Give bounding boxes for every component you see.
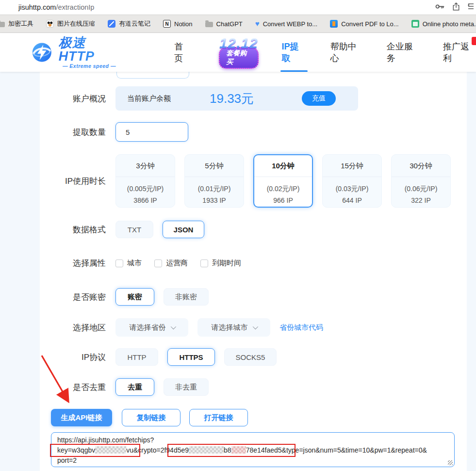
duration-options: 3分钟 (0.005元/IP) 3866 IP 5分钟 (0.01元/IP) 1…: [115, 154, 451, 208]
open-link-button[interactable]: 打开链接: [189, 409, 248, 426]
api-key-prefix: key=w3qgbv: [57, 446, 95, 454]
checkbox-label: 城市: [127, 259, 142, 268]
format-option-txt[interactable]: TXT: [115, 221, 153, 238]
address-bar[interactable]: jisuhttp.com/extractionIp: [18, 3, 94, 11]
share-icon[interactable]: [453, 2, 460, 13]
auth-option-no-credential[interactable]: 非账密: [164, 288, 209, 306]
duration-title: 15分钟: [341, 162, 363, 171]
duration-stock: 322 IP: [411, 195, 430, 206]
bookmark-label: 加密工具: [8, 19, 33, 28]
duration-price: (0.02元/IP): [267, 183, 300, 195]
checkbox-icon[interactable]: [115, 260, 123, 267]
account-panel: 当前账户余额 19.33元 充值: [115, 86, 358, 111]
auth-row: 是否账密 账密 非账密: [51, 288, 467, 306]
format-row: 数据格式 TXT JSON: [51, 221, 467, 238]
duration-price: (0.03元/IP): [336, 183, 369, 195]
protocol-option-socks5[interactable]: SOCKS5: [224, 348, 277, 366]
protocol-label: IP协议: [51, 352, 106, 363]
nav-home[interactable]: 首页: [174, 41, 191, 64]
duration-stock: 3866 IP: [133, 195, 157, 206]
nav-ip-extract[interactable]: IP提取: [282, 41, 306, 64]
duration-title: 30分钟: [410, 162, 432, 171]
duration-stock: 644 IP: [342, 195, 361, 206]
divider: [185, 177, 244, 177]
format-option-json-selected[interactable]: JSON: [163, 221, 204, 238]
city-select[interactable]: 请选择城市: [197, 318, 270, 337]
bookmark-item[interactable]: ChatGPT: [205, 20, 243, 28]
quantity-input[interactable]: [115, 122, 188, 142]
api-crypto-mid: b8: [224, 446, 231, 454]
url-path: /extractionIp: [56, 3, 94, 11]
quantity-label: 提取数量: [51, 127, 106, 138]
nav-referral[interactable]: 推广返利: [443, 41, 476, 64]
checkbox-icon[interactable]: [154, 260, 162, 267]
protocol-option-http[interactable]: HTTP: [115, 348, 158, 366]
textarea-resize-handle[interactable]: [448, 460, 453, 465]
bookmark-label: Notion: [174, 20, 193, 28]
panda-icon: [46, 20, 54, 28]
duration-title: 10分钟: [272, 162, 295, 171]
dedupe-label: 是否去重: [51, 382, 106, 393]
copy-link-button[interactable]: 复制链接: [122, 409, 181, 426]
browser-url-bar: jisuhttp.com/extractionIp: [0, 0, 476, 15]
divider: [254, 177, 312, 177]
password-key-icon[interactable]: [435, 3, 444, 12]
duration-card-3min[interactable]: 3分钟 (0.005元/IP) 3866 IP: [115, 154, 175, 208]
duration-row: IP使用时长 3分钟 (0.005元/IP) 3866 IP 5分钟 (0.01…: [51, 154, 467, 208]
checkbox-carrier[interactable]: 运营商: [154, 259, 188, 268]
duration-price: (0.06元/IP): [405, 183, 438, 195]
checkbox-label: 到期时间: [212, 259, 241, 268]
nav-enterprise[interactable]: 企业服务: [387, 41, 420, 64]
duration-title: 3分钟: [136, 162, 154, 171]
divider: [323, 177, 381, 177]
duration-price: (0.01元/IP): [198, 183, 231, 195]
duration-card-30min[interactable]: 30分钟 (0.06元/IP) 322 IP: [391, 154, 451, 208]
promo-badge[interactable]: 12.12 套餐购买: [219, 37, 258, 69]
bookmark-item[interactable]: 有道云笔记: [108, 19, 150, 28]
recharge-button[interactable]: 充值: [302, 91, 336, 106]
province-select[interactable]: 请选择省份: [115, 318, 188, 337]
dedupe-option-no[interactable]: 非去重: [164, 378, 209, 396]
generate-api-link-button[interactable]: 生成API链接: [51, 409, 112, 426]
api-url-line3: port=2: [57, 455, 448, 466]
tabs-overview-icon[interactable]: [468, 3, 474, 12]
api-url-textarea[interactable]: https://api.jisuhttp.com/fetchips? key=w…: [51, 432, 455, 467]
checkbox-city[interactable]: 城市: [115, 259, 142, 268]
logo[interactable]: 极速HTTP — Extreme speed —: [31, 36, 120, 69]
attributes-row: 选择属性 城市 运营商 到期时间: [51, 258, 467, 269]
protocol-option-https-selected[interactable]: HTTPS: [167, 348, 215, 366]
attributes-options: 城市 运营商 到期时间: [115, 259, 241, 268]
divider: [116, 177, 175, 177]
quantity-row: 提取数量: [51, 122, 467, 142]
bookmark-label: 图片在线压缩: [57, 19, 95, 28]
region-row: 选择地区 请选择省份 请选择城市 省份城市代码: [51, 318, 467, 337]
bookmark-label: 有道云笔记: [119, 19, 150, 28]
nav-help-center[interactable]: 帮助中心: [330, 41, 363, 64]
dedupe-option-yes-selected[interactable]: 去重: [115, 378, 154, 396]
balance-value: 19.33元: [210, 90, 254, 107]
auth-option-credential-selected[interactable]: 账密: [115, 288, 154, 306]
duration-card-5min[interactable]: 5分钟 (0.01元/IP) 1933 IP: [184, 154, 244, 208]
province-city-code-link[interactable]: 省份城市代码: [279, 323, 323, 332]
api-url-line2: key=w3qgbvvu&crypto=2f94d5e9b878e14faed5…: [57, 445, 448, 455]
bookmark-item[interactable]: 图片在线压缩: [46, 19, 95, 28]
bookmark-item[interactable]: 加密工具: [0, 19, 33, 28]
api-crypto-prefix: vu&crypto=2f94d5e9: [126, 446, 189, 454]
duration-card-15min[interactable]: 15分钟 (0.03元/IP) 644 IP: [322, 154, 382, 208]
checkbox-expiry[interactable]: 到期时间: [200, 259, 241, 268]
bookmark-item[interactable]: Convert PDF to Lo...: [330, 20, 399, 28]
duration-stock: 966 IP: [273, 195, 293, 206]
duration-title: 5分钟: [205, 162, 223, 171]
youdao-note-icon: [108, 20, 115, 28]
checkbox-icon[interactable]: [200, 260, 208, 267]
bookmark-item[interactable]: N Notion: [163, 20, 193, 28]
bookmark-item[interactable]: ♥ Convert WEBP to...: [255, 20, 317, 28]
api-params: 78e14faed5&type=json&num=5&time=10&pw=1&…: [246, 446, 427, 454]
api-url-wrap: https://api.jisuhttp.com/fetchips? key=w…: [51, 432, 467, 467]
bookmarks-bar: 加密工具 图片在线压缩 有道云笔记 N Notion ChatGPT ♥ Con…: [0, 15, 476, 33]
duration-card-10min-selected[interactable]: 10分钟 (0.02元/IP) 966 IP: [253, 154, 313, 208]
bookmark-label: Online photo meta...: [423, 20, 476, 28]
bookmark-item[interactable]: Online photo meta...: [411, 20, 476, 28]
checkbox-label: 运营商: [166, 259, 188, 268]
logo-title: 极速HTTP: [59, 36, 120, 64]
